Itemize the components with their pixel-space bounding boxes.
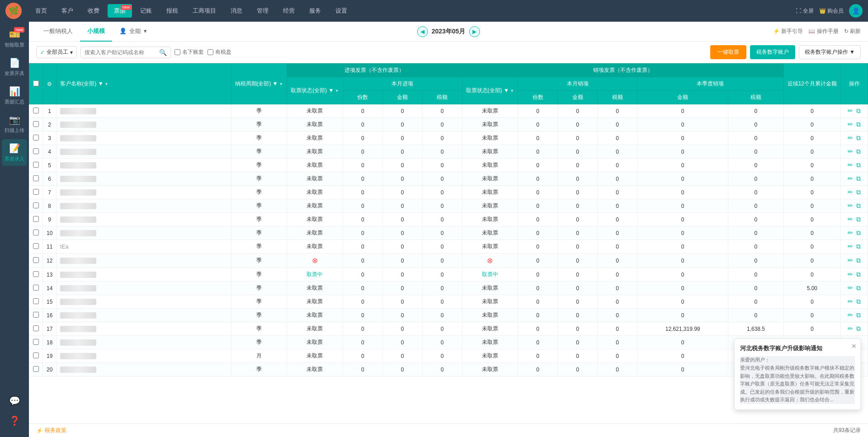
sidebar-item-smart-ticket[interactable]: 🎫 智能取票 new — [2, 25, 27, 52]
copy-icon[interactable]: ⧉ — [855, 298, 862, 305]
copy-icon[interactable]: ⧉ — [855, 311, 862, 319]
row-check[interactable] — [33, 271, 39, 277]
prev-month-btn[interactable]: ◀ — [417, 26, 428, 37]
copy-icon[interactable]: ⧉ — [855, 243, 862, 250]
sidebar-item-entry[interactable]: 📝 票据录入 — [2, 139, 27, 166]
search-box[interactable]: 🔍 — [80, 47, 171, 58]
row-checkbox[interactable] — [29, 240, 43, 254]
copy-icon[interactable]: ⧉ — [855, 257, 862, 264]
row-check[interactable] — [33, 135, 39, 141]
row-checkbox[interactable] — [29, 118, 43, 132]
copy-icon[interactable]: ⧉ — [855, 271, 862, 278]
edit-icon[interactable]: ✏ — [847, 202, 854, 209]
row-check[interactable] — [33, 230, 39, 235]
copy-icon[interactable]: ⧉ — [855, 121, 862, 128]
row-check[interactable] — [33, 108, 39, 113]
tax-digital-operation-btn[interactable]: 税务数字账户操作 ▼ — [799, 45, 861, 59]
row-checkbox[interactable] — [29, 363, 43, 376]
row-check[interactable] — [33, 352, 39, 358]
tab-general-taxpayer[interactable]: 一般纳税人 — [36, 22, 80, 42]
copy-icon[interactable]: ⧉ — [855, 325, 862, 332]
th-client-name[interactable]: 客户名称(全部) ▼ — [57, 64, 231, 104]
row-check[interactable] — [33, 216, 39, 222]
nav-customer[interactable]: 客户 — [55, 4, 80, 18]
edit-icon[interactable]: ✏ — [847, 229, 854, 236]
notification-close-btn[interactable]: ✕ — [851, 343, 857, 350]
tax-digital-account-btn[interactable]: 税务数字账户 — [750, 45, 795, 59]
tab-small-scale[interactable]: 小规模 — [80, 22, 112, 42]
row-checkbox[interactable] — [29, 186, 43, 199]
row-checkbox[interactable] — [29, 132, 43, 145]
row-check[interactable] — [33, 189, 39, 195]
nav-manage[interactable]: 管理 — [250, 4, 275, 18]
row-checkbox[interactable] — [29, 199, 43, 213]
edit-icon[interactable]: ✏ — [847, 107, 854, 114]
edit-icon[interactable]: ✏ — [847, 188, 854, 196]
row-check[interactable] — [33, 175, 39, 181]
nav-commerce[interactable]: 工商项目 — [186, 4, 222, 18]
copy-icon[interactable]: ⧉ — [855, 188, 862, 196]
search-input[interactable] — [85, 49, 159, 56]
manual-btn[interactable]: 📖 操作手册 — [808, 28, 838, 35]
th-tax-period[interactable]: 纳税周期(全部) ▼ — [231, 64, 287, 104]
edit-icon[interactable]: ✏ — [847, 121, 854, 128]
nav-operation[interactable]: 经营 — [277, 4, 301, 18]
edit-icon[interactable]: ✏ — [847, 325, 854, 332]
select-all-checkbox[interactable] — [33, 80, 39, 86]
copy-icon[interactable]: ⧉ — [855, 216, 862, 223]
next-month-btn[interactable]: ▶ — [469, 26, 480, 37]
row-check[interactable] — [33, 312, 39, 318]
row-check[interactable] — [33, 162, 39, 168]
sub-ledger-checkbox[interactable]: 名下账套 — [175, 48, 204, 56]
copy-icon[interactable]: ⧉ — [855, 175, 862, 182]
copy-icon[interactable]: ⧉ — [855, 107, 862, 114]
edit-icon[interactable]: ✏ — [847, 284, 854, 291]
copy-icon[interactable]: ⧉ — [855, 161, 862, 169]
vip-btn[interactable]: 👑 购会员 — [819, 7, 844, 15]
sidebar-item-scan[interactable]: 📷 扫描上传 — [2, 111, 27, 137]
new-guide-btn[interactable]: ⚡ 新手引导 — [773, 28, 803, 35]
nav-ticket[interactable]: 票据new — [108, 4, 132, 18]
row-check[interactable] — [33, 121, 39, 127]
refresh-btn[interactable]: ↻ 刷新 — [844, 28, 861, 35]
sub-ledger-check[interactable] — [175, 49, 180, 55]
row-check[interactable] — [33, 148, 39, 154]
row-checkbox[interactable] — [29, 282, 43, 295]
row-checkbox[interactable] — [29, 322, 43, 336]
sidebar-item-invoice[interactable]: 📄 发票开具 — [2, 54, 27, 80]
logo[interactable]: 🌿 — [5, 3, 22, 19]
row-checkbox[interactable] — [29, 145, 43, 159]
row-checkbox[interactable] — [29, 213, 43, 226]
tab-all[interactable]: 👤 全能 ▾ — [112, 22, 154, 42]
th-xiao-status[interactable]: 取票状态(全部) ▼ — [462, 77, 518, 104]
row-checkbox[interactable] — [29, 254, 43, 268]
employee-filter[interactable]: ✓ 全部员工 ▾ — [36, 46, 77, 58]
row-checkbox[interactable] — [29, 268, 43, 282]
row-check[interactable] — [33, 325, 39, 331]
sidebar-item-summary[interactable]: 📊 票据汇总 — [2, 82, 27, 109]
row-checkbox[interactable] — [29, 226, 43, 240]
tax-policy-link[interactable]: ⚡ 税务政策 — [36, 427, 66, 434]
edit-icon[interactable]: ✏ — [847, 216, 854, 223]
row-checkbox[interactable] — [29, 159, 43, 172]
sidebar-item-chat[interactable]: 💬 — [2, 392, 27, 410]
row-check[interactable] — [33, 366, 39, 372]
copy-icon[interactable]: ⧉ — [855, 134, 862, 141]
row-check[interactable] — [33, 298, 39, 304]
fullscreen-btn[interactable]: ⛶ 全屏 — [796, 7, 813, 15]
nav-bookkeeping[interactable]: 记账 — [134, 4, 158, 18]
sidebar-item-help[interactable]: ❓ — [2, 412, 27, 430]
row-check[interactable] — [33, 243, 39, 249]
row-checkbox[interactable] — [29, 349, 43, 363]
user-avatar[interactable]: 👤 — [849, 4, 863, 18]
edit-icon[interactable]: ✏ — [847, 175, 854, 182]
nav-fee[interactable]: 收费 — [81, 4, 106, 18]
row-check[interactable] — [33, 257, 39, 263]
row-checkbox[interactable] — [29, 172, 43, 186]
row-checkbox[interactable] — [29, 104, 43, 118]
quick-ticket-btn[interactable]: 一键取票 — [710, 45, 746, 59]
nav-settings[interactable]: 设置 — [329, 4, 354, 18]
copy-icon[interactable]: ⧉ — [855, 202, 862, 209]
row-checkbox[interactable] — [29, 295, 43, 309]
copy-icon[interactable]: ⧉ — [855, 148, 862, 155]
